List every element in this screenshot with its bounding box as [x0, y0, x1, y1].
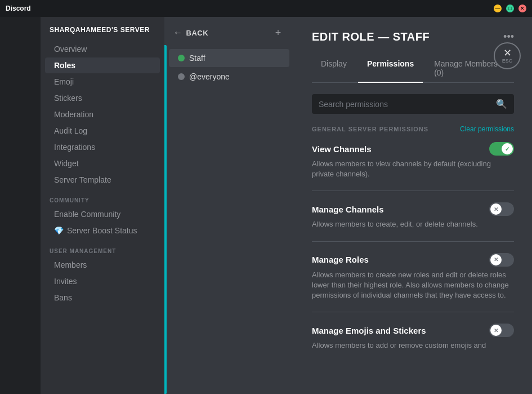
role-item-everyone[interactable]: @everyone — [169, 68, 289, 86]
more-options-button[interactable]: ••• — [503, 31, 514, 43]
back-button[interactable]: ← BACK — [173, 28, 208, 38]
sidebar-item-overview[interactable]: Overview — [45, 41, 160, 57]
settings-sidebar: SHARQAHAMEED'S SERVER Overview Roles Emo… — [41, 17, 164, 394]
back-arrow-icon: ← — [173, 28, 183, 38]
app-title: Discord — [6, 5, 31, 12]
sidebar-item-enable-community[interactable]: Enable Community — [45, 206, 160, 222]
sidebar-item-server-boost[interactable]: 💎 Server Boost Status — [45, 223, 160, 238]
permissions-section-header: GENERAL SERVER PERMISSIONS Clear permiss… — [312, 125, 514, 133]
search-icon: 🔍 — [496, 99, 507, 109]
tabs-container: Display Permissions Manage Members (0) — [312, 55, 514, 83]
search-bar: 🔍 — [312, 94, 514, 114]
maximize-button[interactable]: □ — [506, 5, 514, 12]
tab-permissions[interactable]: Permissions — [358, 55, 423, 83]
toggle-manage-channels[interactable]: ✕ — [489, 202, 514, 216]
edit-role-header: EDIT ROLE — STAFF ••• — [312, 30, 514, 43]
server-list — [0, 17, 41, 394]
sidebar-item-stickers[interactable]: Stickers — [45, 90, 160, 106]
sidebar-item-emoji[interactable]: Emoji — [45, 74, 160, 90]
sidebar-item-server-template[interactable]: Server Template — [45, 172, 160, 188]
user-management-section-label: USER MANAGEMENT — [41, 239, 164, 256]
sidebar-item-moderation[interactable]: Moderation — [45, 107, 160, 122]
sidebar-item-widget[interactable]: Widget — [45, 156, 160, 171]
sidebar-item-invites[interactable]: Invites — [45, 273, 160, 289]
toggle-manage-roles[interactable]: ✕ — [489, 253, 514, 267]
server-name: SHARQAHAMEED'S SERVER — [41, 26, 164, 41]
sidebar-item-roles[interactable]: Roles — [45, 57, 160, 73]
window-controls: — □ ✕ — [494, 5, 526, 12]
edit-role-title: EDIT ROLE — STAFF — [312, 30, 430, 43]
roles-panel-header: ← BACK + — [164, 26, 294, 48]
community-section-label: COMMUNITY — [41, 188, 164, 206]
add-role-button[interactable]: + — [271, 26, 285, 39]
perm-row-view-channels: View Channels ✓ Allows members to view c… — [312, 142, 514, 191]
role-color-dot — [178, 73, 185, 80]
search-input[interactable] — [319, 100, 491, 109]
roles-panel: ← BACK + Staff @everyone — [164, 17, 294, 394]
close-button[interactable]: ✕ — [518, 5, 526, 12]
sidebar-item-bans[interactable]: Bans — [45, 290, 160, 306]
perm-row-manage-roles: Manage Roles ✕ Allows members to create … — [312, 253, 514, 313]
cyan-accent-border — [164, 45, 167, 394]
app-container: SHARQAHAMEED'S SERVER Overview Roles Emo… — [0, 17, 532, 394]
perm-row-manage-channels: Manage Channels ✕ Allows members to crea… — [312, 202, 514, 241]
perm-row-manage-emojis: Manage Emojis and Stickers ✕ Allows memb… — [312, 324, 514, 362]
esc-button[interactable]: ✕ ESC — [494, 42, 521, 69]
minimize-button[interactable]: — — [494, 5, 502, 12]
clear-permissions-button[interactable]: Clear permissions — [460, 125, 514, 133]
sidebar-item-members[interactable]: Members — [45, 257, 160, 273]
toggle-manage-emojis[interactable]: ✕ — [489, 324, 514, 337]
sidebar-item-integrations[interactable]: Integrations — [45, 139, 160, 155]
toggle-view-channels[interactable]: ✓ — [489, 142, 514, 156]
title-bar: Discord — □ ✕ — [0, 0, 532, 17]
main-content: EDIT ROLE — STAFF ••• Display Permission… — [294, 17, 532, 394]
role-color-dot — [178, 55, 185, 61]
boost-icon: 💎 — [54, 226, 64, 235]
sidebar-item-audit-log[interactable]: Audit Log — [45, 123, 160, 139]
role-item-staff[interactable]: Staff — [169, 49, 289, 67]
tab-display[interactable]: Display — [312, 55, 356, 83]
